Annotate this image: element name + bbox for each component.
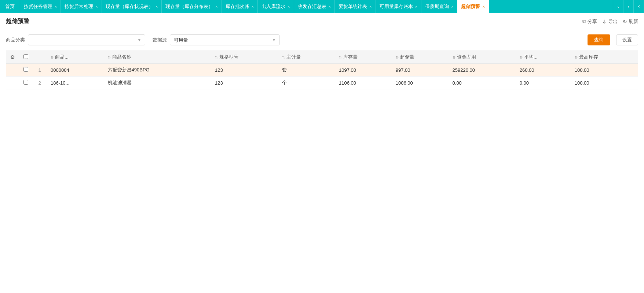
sort-capital-icon: ⇅ [453, 55, 455, 59]
col-spec-header[interactable]: ⇅规格型号 [211, 51, 278, 64]
col-product-code-header[interactable]: ⇅商品... [47, 51, 104, 64]
share-button[interactable]: ⧉ 分享 [582, 18, 597, 25]
col-settings-header[interactable]: ⚙ [6, 51, 19, 64]
category-filter: 商品分类 ▼ [6, 34, 145, 45]
sort-product-name-icon: ⇅ [108, 55, 111, 59]
row-num-0: 1 [32, 64, 47, 77]
col-overstock-header[interactable]: ⇅超储量 [392, 51, 449, 64]
row-capital-1: 0.00 [449, 77, 516, 89]
row-select-1[interactable] [23, 80, 28, 85]
row-num-1: 2 [32, 77, 47, 89]
row-capital-0: 259220.00 [449, 64, 516, 77]
gear-icon: ⚙ [10, 54, 15, 60]
row-select-0[interactable] [23, 67, 28, 72]
datasource-filter: 数据源 可用量 ▼ [153, 34, 280, 45]
query-button[interactable]: 查询 [588, 34, 610, 45]
sort-avg-icon: ⇅ [520, 55, 523, 59]
row-avg-1: 0.00 [516, 77, 571, 89]
nav-tab-0[interactable]: 拣货任务管理× [20, 0, 61, 13]
col-capital-header[interactable]: ⇅资金占用 [449, 51, 516, 64]
refresh-button[interactable]: ↻ 刷新 [623, 18, 638, 25]
datasource-select-wrap: 可用量 ▼ [170, 34, 280, 45]
row-product-code-0: 0000004 [47, 64, 104, 77]
col-avg-header[interactable]: ⇅平均... [516, 51, 571, 64]
nav-tab-close-6[interactable]: × [329, 4, 331, 9]
nav-tab-5[interactable]: 出入库流水× [258, 0, 294, 13]
share-label: 分享 [588, 18, 597, 25]
nav-tab-close-10[interactable]: × [482, 4, 484, 9]
nav-tab-10[interactable]: 超储预警× [457, 0, 489, 13]
sort-max-stock-icon: ⇅ [575, 55, 578, 59]
nav-tab-9[interactable]: 保质期查询× [421, 0, 457, 13]
category-select-wrap: ▼ [28, 34, 145, 45]
nav-left-arrow[interactable]: ‹ [613, 0, 623, 13]
nav-bar: 首页 拣货任务管理×拣货异常处理×现存量（库存状况表）×现存量（库存分布表）×库… [0, 0, 644, 13]
nav-tab-6[interactable]: 收发存汇总表× [294, 0, 335, 13]
row-unit-1: 个 [278, 77, 335, 89]
sort-stock-icon: ⇅ [339, 55, 342, 59]
col-product-name-header[interactable]: ⇅商品名称 [104, 51, 212, 64]
row-settings-0 [6, 64, 19, 77]
page-title: 超储预警 [6, 18, 29, 25]
nav-tab-3[interactable]: 现存量（库存分布表）× [162, 0, 222, 13]
row-settings-1 [6, 77, 19, 89]
nav-tab-1[interactable]: 拣货异常处理× [61, 0, 102, 13]
refresh-icon: ↻ [623, 19, 627, 25]
nav-arrows: ‹ › × [613, 0, 644, 13]
nav-tab-close-9[interactable]: × [451, 4, 453, 9]
nav-home[interactable]: 首页 [0, 0, 20, 13]
col-stock-header[interactable]: ⇅库存量 [335, 51, 392, 64]
row-overstock-1: 1006.00 [392, 77, 449, 89]
col-checkbox-header[interactable] [19, 51, 32, 64]
filter-right-buttons: 查询 设置 [588, 34, 638, 45]
nav-tab-7[interactable]: 要货单统计表× [335, 0, 376, 13]
nav-right-arrow[interactable]: › [623, 0, 634, 13]
category-select[interactable] [28, 34, 145, 45]
row-stock-1: 1106.00 [335, 77, 392, 89]
row-product-name-1: 机油滤清器 [104, 77, 212, 89]
datasource-select[interactable]: 可用量 [170, 34, 280, 45]
nav-tab-close-1[interactable]: × [95, 4, 98, 9]
row-checkbox-0[interactable] [19, 64, 32, 77]
datasource-label: 数据源 [153, 37, 167, 43]
table-row: 1 0000004 六配套新昌490BPG 123 套 1097.00 997.… [6, 64, 638, 77]
export-button[interactable]: ⇓ 导出 [602, 18, 618, 25]
nav-close-arrow[interactable]: × [634, 0, 644, 13]
col-rownum-header [32, 51, 47, 64]
nav-tab-close-0[interactable]: × [55, 4, 57, 9]
col-max-stock-header[interactable]: ⇅最高库存 [571, 51, 638, 64]
nav-tab-close-4[interactable]: × [252, 4, 254, 9]
nav-tab-2[interactable]: 现存量（库存状况表）× [102, 0, 162, 13]
select-all-checkbox[interactable] [23, 54, 28, 59]
sort-product-code-icon: ⇅ [51, 55, 54, 59]
row-product-name-0: 六配套新昌490BPG [104, 64, 212, 77]
nav-tab-close-3[interactable]: × [215, 4, 217, 9]
row-spec-1: 123 [211, 77, 278, 89]
row-spec-0: 123 [211, 64, 278, 77]
nav-tab-close-8[interactable]: × [415, 4, 417, 9]
export-icon: ⇓ [602, 19, 607, 25]
nav-tab-close-5[interactable]: × [288, 4, 290, 9]
row-max-stock-1: 100.00 [571, 77, 638, 89]
nav-tab-8[interactable]: 可用量库存账本× [376, 0, 421, 13]
table-row: 2 186-10... 机油滤清器 123 个 1106.00 1006.00 … [6, 77, 638, 89]
nav-tab-4[interactable]: 库存批次账× [222, 0, 258, 13]
nav-tab-close-2[interactable]: × [155, 4, 158, 9]
export-label: 导出 [608, 18, 618, 25]
row-max-stock-0: 100.00 [571, 64, 638, 77]
row-unit-0: 套 [278, 64, 335, 77]
header-actions: ⧉ 分享 ⇓ 导出 ↻ 刷新 [582, 18, 638, 25]
sort-unit-icon: ⇅ [282, 55, 285, 59]
table-header-row: ⚙ ⇅商品... ⇅商品名称 ⇅规格型号 [6, 51, 638, 64]
table-body: 1 0000004 六配套新昌490BPG 123 套 1097.00 997.… [6, 64, 638, 89]
col-unit-header[interactable]: ⇅主计量 [278, 51, 335, 64]
data-table: ⚙ ⇅商品... ⇅商品名称 ⇅规格型号 [6, 51, 638, 89]
page-header: 超储预警 ⧉ 分享 ⇓ 导出 ↻ 刷新 [0, 13, 644, 29]
share-icon: ⧉ [582, 18, 586, 25]
settings-button[interactable]: 设置 [616, 34, 638, 45]
row-avg-0: 260.00 [516, 64, 571, 77]
row-checkbox-1[interactable] [19, 77, 32, 89]
row-stock-0: 1097.00 [335, 64, 392, 77]
row-overstock-0: 997.00 [392, 64, 449, 77]
nav-tab-close-7[interactable]: × [369, 4, 372, 9]
